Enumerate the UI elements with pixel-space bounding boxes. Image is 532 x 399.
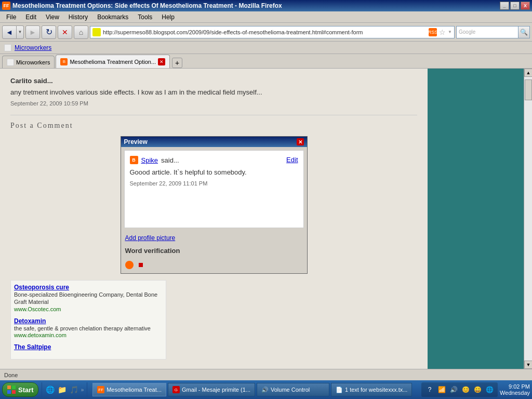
rss-icon[interactable]: RSS xyxy=(429,28,437,36)
systray-messenger-icon[interactable]: 😊 xyxy=(460,384,471,395)
systray-help-icon[interactable]: ? xyxy=(424,384,435,395)
tab-close-button[interactable]: ✕ xyxy=(158,58,165,65)
preview-dialog: Preview ✕ B Spike said... Edit Goood xyxy=(121,136,308,274)
close-button[interactable]: X xyxy=(521,2,530,10)
taskbar-task-volume[interactable]: 🔊 Volume Control xyxy=(257,383,329,396)
menu-file[interactable]: File xyxy=(2,12,20,22)
captcha-circle xyxy=(125,261,134,269)
tab-microworkers[interactable]: Microworkers xyxy=(2,56,55,68)
task-text-label: 1 text for websitexxx.tx... xyxy=(345,387,407,393)
preview-user: B Spike said... xyxy=(130,156,179,164)
bookmarks-bar: Microworkers xyxy=(0,42,532,54)
edit-link[interactable]: Edit xyxy=(286,156,298,164)
tab-mesothelioma[interactable]: B Mesothelioma Treatment Option... ✕ xyxy=(56,55,170,68)
address-bar[interactable]: http://supermeso88.blogspot.com/2009/09/… xyxy=(90,26,455,38)
stop-button[interactable]: ✕ xyxy=(58,25,72,39)
bookmark-star-icon[interactable]: ☆ xyxy=(439,28,446,36)
task-gmail-icon: G xyxy=(172,386,180,393)
comment-date: September 22, 2009 10:59 PM xyxy=(10,100,417,107)
main-content: Carlito said... any tretment involves va… xyxy=(0,69,532,369)
back-button-group[interactable]: ◄ ▼ xyxy=(2,25,24,39)
taskbar-icon-ie[interactable]: 🌐 xyxy=(45,384,56,395)
ad-title-1[interactable]: Osteoporosis cure xyxy=(14,284,163,291)
blog-area: Carlito said... any tretment involves va… xyxy=(0,69,428,369)
clock-time: 9:02 PM xyxy=(500,383,530,390)
right-sidebar xyxy=(428,69,524,369)
captcha-dot xyxy=(139,263,143,267)
preview-said: said... xyxy=(161,156,179,164)
taskbar: Start 🌐 📁 🎵 » FF Mesothelioma Treat... G… xyxy=(0,380,532,399)
content-scroll-area: Carlito said... any tretment involves va… xyxy=(0,69,532,369)
taskbar-icon-media[interactable]: 🎵 xyxy=(69,384,79,395)
taskbar-quick-launch: 🌐 📁 🎵 » xyxy=(45,384,84,395)
taskbar-right: ? 📶 🔊 😊 😄 🌐 9:02 PM Wednesday xyxy=(421,382,530,397)
blogger-icon: B xyxy=(130,156,138,164)
search-input[interactable]: Google xyxy=(456,26,518,38)
ad-title-3[interactable]: The Saltpipe xyxy=(14,343,163,351)
add-profile-link[interactable]: Add profile picture xyxy=(121,231,307,245)
search-button[interactable]: 🔍 xyxy=(518,26,530,38)
tab-microworkers-icon xyxy=(7,59,14,66)
task-text-icon: 📄 xyxy=(336,387,343,393)
clock[interactable]: 9:02 PM Wednesday xyxy=(500,383,530,396)
scroll-down-button[interactable]: ▼ xyxy=(524,361,532,369)
back-button[interactable]: ◄ xyxy=(2,25,17,39)
scrollbar-track[interactable] xyxy=(524,77,532,361)
maximize-button[interactable]: □ xyxy=(510,2,520,10)
back-dropdown-button[interactable]: ▼ xyxy=(17,25,24,39)
menu-edit[interactable]: Edit xyxy=(21,12,41,22)
ad-text-2: the safe, gentle & proven chelation ther… xyxy=(14,325,163,332)
systray-icon2[interactable]: 😄 xyxy=(472,384,483,395)
clock-day: Wednesday xyxy=(500,390,530,396)
start-button[interactable]: Start xyxy=(2,382,38,397)
windows-logo-icon xyxy=(7,385,16,394)
svg-rect-0 xyxy=(7,385,11,389)
scrollbar-thumb[interactable] xyxy=(525,79,532,100)
reload-button[interactable]: ↻ xyxy=(42,25,56,39)
taskbar-task-gmail[interactable]: G Gmail - Mesaje primite (1... xyxy=(168,383,255,396)
tab-mesothelioma-label: Mesothelioma Treatment Option... xyxy=(70,59,156,65)
systray-sound-icon[interactable]: 🔊 xyxy=(448,384,459,395)
titlebar-buttons[interactable]: _ □ X xyxy=(500,2,530,10)
preview-content: B Spike said... Edit Goood article. It`s… xyxy=(124,150,304,228)
home-button[interactable]: ⌂ xyxy=(74,25,88,39)
ad-url-1: www.Oscotec.com xyxy=(14,306,163,312)
menu-history[interactable]: History xyxy=(64,12,92,22)
menu-help[interactable]: Help xyxy=(157,12,179,22)
address-dropdown-icon[interactable]: ▼ xyxy=(448,30,452,34)
bookmark-icon xyxy=(4,44,11,51)
menu-view[interactable]: View xyxy=(42,12,63,22)
task-volume-icon: 🔊 xyxy=(261,387,269,393)
minimize-button[interactable]: _ xyxy=(500,2,509,10)
new-tab-button[interactable]: + xyxy=(172,58,182,68)
taskbar-task-text[interactable]: 📄 1 text for websitexxx.tx... xyxy=(331,383,412,396)
word-verification-label: Word verification xyxy=(121,245,307,259)
firefox-icon: FF xyxy=(2,2,10,10)
preview-username[interactable]: Spike xyxy=(141,156,158,164)
ad-title-2[interactable]: Detoxamin xyxy=(14,317,163,325)
toolbar: ◄ ▼ ► ↻ ✕ ⌂ http://supermeso88.blogspot.… xyxy=(0,23,532,42)
address-bar-container: http://supermeso88.blogspot.com/2009/09/… xyxy=(90,26,455,38)
taskbar-divider-1 xyxy=(42,382,42,397)
taskbar-more-icon[interactable]: » xyxy=(81,387,84,393)
preview-close-button[interactable]: ✕ xyxy=(297,138,304,145)
preview-title: Preview xyxy=(124,138,148,145)
forward-button[interactable]: ► xyxy=(25,25,40,39)
taskbar-task-mesothelioma[interactable]: FF Mesothelioma Treat... xyxy=(92,383,166,396)
address-security-icon xyxy=(92,28,101,36)
task-ff-icon: FF xyxy=(97,386,104,393)
post-comment-heading: Post a Comment xyxy=(10,115,417,130)
scroll-up-button[interactable]: ▲ xyxy=(524,69,532,77)
bookmark-microworkers[interactable]: Microworkers xyxy=(15,44,51,51)
menu-tools[interactable]: Tools xyxy=(134,12,156,22)
menubar: File Edit View History Bookmarks Tools H… xyxy=(0,11,532,23)
menu-bookmarks[interactable]: Bookmarks xyxy=(93,12,132,22)
start-label: Start xyxy=(18,386,34,394)
system-tray: ? 📶 🔊 😊 😄 🌐 xyxy=(421,382,498,397)
tab-mesothelioma-icon: B xyxy=(60,58,68,65)
systray-icon3[interactable]: 🌐 xyxy=(484,384,495,395)
systray-network-icon[interactable]: 📶 xyxy=(436,384,447,395)
taskbar-icon-folder[interactable]: 📁 xyxy=(57,384,68,395)
ad-saltpipe: The Saltpipe xyxy=(14,343,163,351)
comment-author: Carlito said... xyxy=(10,77,417,85)
